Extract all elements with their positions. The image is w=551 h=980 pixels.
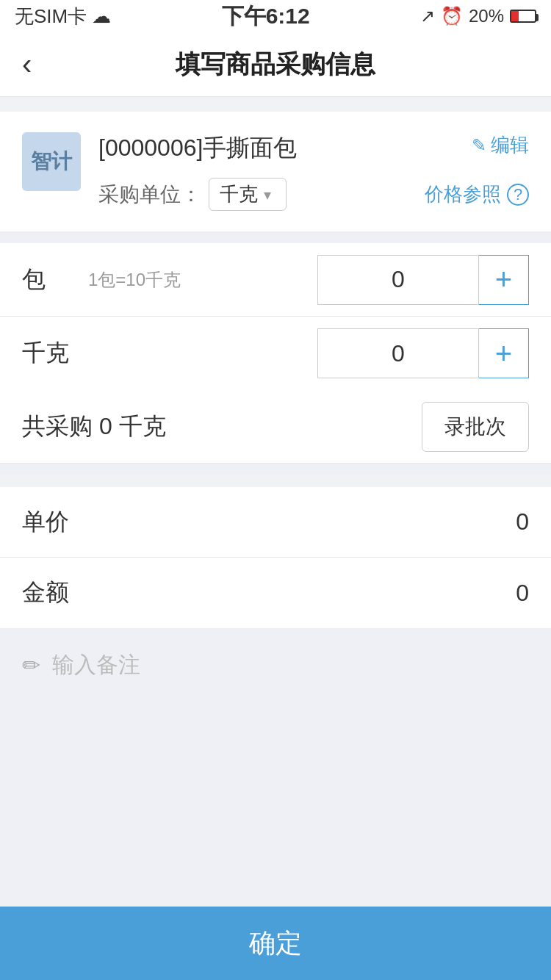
location-icon: ↗ bbox=[420, 6, 435, 26]
product-unit-row: 采购单位： 千克 ▾ 价格参照 ? bbox=[98, 178, 529, 211]
plus-icon-kg: + bbox=[495, 337, 512, 370]
bag-sublabel: 1包=10千克 bbox=[88, 268, 317, 292]
summary-text: 共采购 0 千克 bbox=[22, 411, 166, 443]
unit-value: 千克 bbox=[220, 181, 258, 207]
input-section: 包 1包=10千克 + 千克 + bbox=[0, 243, 551, 390]
bag-number-input[interactable] bbox=[317, 255, 479, 305]
edit-icon: ✎ bbox=[472, 135, 486, 156]
status-right: ↗ ⏰ 20% bbox=[420, 6, 536, 26]
bag-plus-button[interactable]: + bbox=[479, 255, 529, 305]
nav-title: 填写商品采购信息 bbox=[176, 48, 375, 82]
amount-row: 金额 0 bbox=[0, 558, 551, 628]
status-bar: 无SIM卡 ☁ 下午6:12 ↗ ⏰ 20% bbox=[0, 0, 551, 32]
nav-bar: ‹ 填写商品采购信息 bbox=[0, 32, 551, 97]
section-divider-2 bbox=[0, 464, 551, 475]
product-info: [0000006]手撕面包 ✎ 编辑 采购单位： 千克 ▾ 价格参照 ? bbox=[98, 132, 529, 211]
price-section: 单价 0 金额 0 bbox=[0, 487, 551, 628]
dropdown-icon: ▾ bbox=[264, 186, 271, 203]
product-header: [0000006]手撕面包 ✎ 编辑 bbox=[98, 132, 529, 165]
price-ref-label: 价格参照 bbox=[425, 181, 501, 207]
unit-label: 采购单位： bbox=[98, 181, 201, 209]
battery-text: 20% bbox=[469, 6, 504, 26]
price-ref-button[interactable]: 价格参照 ? bbox=[425, 181, 529, 207]
product-name: [0000006]手撕面包 bbox=[98, 132, 297, 165]
unit-price-label: 单价 bbox=[22, 506, 69, 538]
remarks-section[interactable]: ✏ 输入备注 bbox=[0, 628, 551, 702]
edit-button[interactable]: ✎ 编辑 bbox=[472, 132, 529, 158]
help-icon: ? bbox=[507, 184, 529, 206]
confirm-button[interactable]: 确定 bbox=[0, 907, 551, 980]
kg-number-input[interactable] bbox=[317, 328, 479, 378]
unit-selector-group: 采购单位： 千克 ▾ bbox=[98, 178, 287, 211]
summary-row: 共采购 0 千克 录批次 bbox=[0, 390, 551, 464]
amount-label: 金额 bbox=[22, 577, 69, 609]
product-image: 智计 bbox=[22, 132, 81, 191]
batch-button[interactable]: 录批次 bbox=[422, 402, 529, 452]
signal-text: 无SIM卡 ☁ bbox=[15, 4, 111, 29]
unit-price-row: 单价 0 bbox=[0, 487, 551, 558]
kg-plus-button[interactable]: + bbox=[479, 328, 529, 378]
kg-input-row: 千克 + bbox=[0, 317, 551, 390]
status-left: 无SIM卡 ☁ bbox=[15, 4, 111, 29]
kg-input-control: + bbox=[317, 328, 529, 378]
amount-value: 0 bbox=[516, 580, 529, 607]
bag-label: 包 bbox=[22, 264, 81, 296]
back-button[interactable]: ‹ bbox=[22, 48, 32, 81]
section-divider-1 bbox=[0, 231, 551, 243]
battery-icon bbox=[510, 10, 536, 23]
plus-icon-bag: + bbox=[495, 263, 512, 296]
pencil-icon: ✏ bbox=[22, 652, 40, 678]
status-time: 下午6:12 bbox=[222, 1, 310, 32]
unit-select[interactable]: 千克 ▾ bbox=[209, 178, 287, 211]
alarm-icon: ⏰ bbox=[441, 6, 463, 26]
bag-input-row: 包 1包=10千克 + bbox=[0, 243, 551, 317]
edit-label: 编辑 bbox=[491, 132, 529, 158]
remarks-placeholder: 输入备注 bbox=[52, 650, 140, 680]
product-logo-text: 智计 bbox=[31, 148, 72, 176]
product-card: 智计 [0000006]手撕面包 ✎ 编辑 采购单位： 千克 ▾ bbox=[0, 112, 551, 231]
kg-label: 千克 bbox=[22, 337, 81, 370]
bag-input-control: + bbox=[317, 255, 529, 305]
unit-price-value: 0 bbox=[516, 508, 529, 536]
